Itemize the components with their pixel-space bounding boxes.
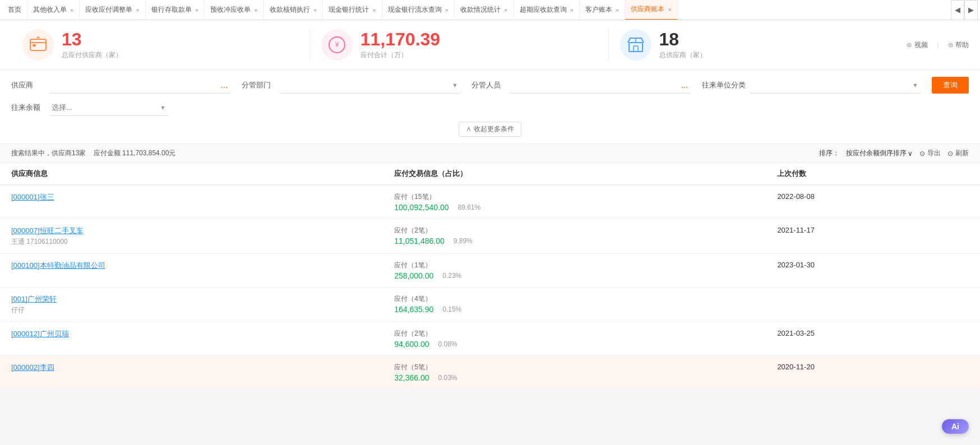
tab-home[interactable]: 首页 — [2, 0, 27, 20]
tab-customer-ledger[interactable]: 客户账本 × — [580, 0, 625, 20]
close-overdue-ar[interactable]: × — [570, 7, 574, 13]
tab-other-income[interactable]: 其他收入单 × — [27, 0, 80, 20]
supplier-info-cell: [000001]张三 — [11, 192, 394, 203]
last-pay-date: 2021-03-25 — [777, 329, 815, 337]
supplier-link[interactable]: [000007]恒旺二手叉车 — [11, 226, 394, 236]
supplier-count: 供应商13家 — [52, 149, 86, 157]
close-cash-bank-query[interactable]: × — [445, 7, 449, 13]
refresh-button[interactable]: ⊙ 刷新 — [947, 149, 969, 158]
tab-cash-bank-stat-label: 现金银行统计 — [329, 5, 369, 15]
filter-person: 分管人员 ... — [471, 77, 691, 94]
close-bank-deposit[interactable]: × — [195, 7, 198, 13]
stat-label-suppliers: 总应付供应商（家） — [62, 50, 122, 60]
tab-overdue-ar-label: 超期应收款查询 — [520, 5, 567, 15]
last-pay-cell: 2022-08-08 — [777, 192, 969, 201]
sort-select[interactable]: 按应付余额倒序排序 ∨ — [846, 149, 913, 158]
stat-total-suppliers: 18 总供应商（家） — [609, 29, 907, 61]
close-receipt-verify[interactable]: × — [313, 7, 317, 13]
tab-ar-ap-adjust[interactable]: 应收应付调整单 × — [80, 0, 145, 20]
tab-bank-deposit[interactable]: 银行存取款单 × — [146, 0, 205, 20]
tab-bank-deposit-label: 银行存取款单 — [151, 5, 192, 15]
last-pay-cell: 2021-11-17 — [777, 226, 969, 234]
payable-label: 应付（4笔） — [394, 294, 777, 304]
tab-cash-bank-query[interactable]: 现金银行流水查询 × — [382, 0, 455, 20]
last-pay-date: 2021-11-17 — [777, 226, 815, 234]
tab-prepaid-ar[interactable]: 预收冲应收单 × — [205, 0, 264, 20]
sort-arrow: ∨ — [908, 150, 913, 157]
payable-label: 应付（5笔） — [394, 363, 777, 372]
stat-text-suppliers: 13 总应付供应商（家） — [62, 30, 122, 60]
payable-amount[interactable]: 164,635.90 — [394, 305, 433, 314]
dept-select-wrap[interactable]: ▼ — [280, 77, 461, 94]
help-link[interactable]: ⊙ 帮助 — [948, 40, 969, 50]
person-input-wrap: ... — [510, 77, 691, 94]
supplier-link[interactable]: [000002]李四 — [11, 363, 394, 373]
stat-num-total-suppliers: 18 — [659, 30, 706, 49]
payable-row: 11,051,486.00 9.89% — [394, 237, 777, 245]
query-button[interactable]: 查询 — [932, 77, 969, 94]
payable-row: 100,092,540.00 89.61% — [394, 203, 777, 212]
payable-amount[interactable]: 11,051,486.00 — [394, 237, 445, 245]
payable-amount[interactable]: 32,366.00 — [394, 373, 429, 382]
tab-overdue-ar[interactable]: 超期应收款查询 × — [514, 0, 580, 20]
close-receipt-stat[interactable]: × — [504, 7, 507, 13]
tab-supplier-ledger[interactable]: 供应商账本 × — [625, 0, 677, 20]
payable-pct: 89.61% — [458, 203, 481, 211]
table-row: [001]广州荣轩 仔仔 应付（4笔） 164,635.90 0.15% — [0, 288, 980, 322]
supplier-input-wrap: ... — [49, 77, 230, 94]
filter-balance-label: 往来余额 — [11, 103, 45, 113]
last-pay-cell: 2020-11-20 — [777, 363, 969, 371]
payable-amount[interactable]: 94,600.00 — [394, 340, 429, 349]
close-prepaid-ar[interactable]: × — [254, 7, 257, 13]
video-link[interactable]: ⊙ 视频 — [907, 40, 927, 50]
supplier-dots[interactable]: ... — [220, 80, 228, 90]
nav-right-arrow[interactable]: ▶ — [964, 0, 978, 20]
category-input[interactable] — [752, 81, 913, 89]
supplier-link[interactable]: [000001]张三 — [11, 192, 394, 202]
balance-arrow: ▼ — [160, 104, 166, 111]
supplier-link[interactable]: [000100]本特勤油品有限公司 — [11, 261, 394, 271]
payable-amount[interactable]: 258,000.00 — [394, 271, 433, 280]
person-dots[interactable]: ... — [681, 80, 688, 90]
balance-input[interactable] — [52, 103, 160, 112]
payable-row: 94,600.00 0.08% — [394, 340, 777, 349]
payable-pct: 0.08% — [438, 340, 457, 348]
balance-select-wrap[interactable]: ▼ — [49, 99, 168, 116]
last-pay-date: 2020-11-20 — [777, 363, 815, 371]
close-ar-ap-adjust[interactable]: × — [136, 7, 139, 13]
supplier-sub: 王通 17106110000 — [11, 237, 394, 247]
payable-label: 应付（15笔） — [394, 192, 777, 202]
tab-receipt-verify[interactable]: 收款核销执行 × — [264, 0, 323, 20]
tab-receipt-stat[interactable]: 收款情况统计 × — [455, 0, 514, 20]
payable-info-cell: 应付（2笔） 94,600.00 0.08% — [394, 329, 777, 349]
payable-info-cell: 应付（5笔） 32,366.00 0.03% — [394, 363, 777, 382]
svg-rect-5 — [629, 43, 642, 52]
close-supplier-ledger[interactable]: × — [668, 6, 671, 13]
stat-label-total-suppliers: 总供应商（家） — [659, 50, 706, 60]
stat-label-payable: 应付合计（万） — [360, 50, 440, 60]
person-input[interactable] — [512, 81, 681, 89]
payable-info-cell: 应付（2笔） 11,051,486.00 9.89% — [394, 226, 777, 245]
tab-prepaid-ar-label: 预收冲应收单 — [210, 5, 251, 15]
sort-label: 排序： — [819, 149, 839, 158]
nav-left-arrow[interactable]: ◀ — [951, 0, 964, 20]
supplier-input[interactable] — [52, 77, 220, 94]
supplier-link[interactable]: [001]广州荣轩 — [11, 294, 394, 304]
payable-info-cell: 应付（15笔） 100,092,540.00 89.61% — [394, 192, 777, 212]
category-select-wrap[interactable]: ▼ — [750, 77, 921, 94]
sort-value: 按应付余额倒序排序 — [846, 149, 907, 158]
tab-ar-ap-adjust-label: 应收应付调整单 — [85, 5, 132, 15]
dept-input[interactable] — [282, 81, 452, 89]
tab-cash-bank-stat[interactable]: 现金银行统计 × — [323, 0, 382, 20]
payable-amount[interactable]: 100,092,540.00 — [394, 203, 449, 212]
close-customer-ledger[interactable]: × — [616, 7, 619, 13]
tab-customer-ledger-label: 客户账本 — [585, 5, 612, 15]
supplier-link[interactable]: [000012]广州贝瑞 — [11, 329, 394, 339]
payable-amount-summary: 应付金额 111,703,854.00元 — [94, 149, 176, 157]
collapse-button[interactable]: ∧ 收起更多条件 — [459, 122, 521, 137]
export-button[interactable]: ⊙ 导出 — [919, 149, 941, 158]
close-cash-bank-stat[interactable]: × — [372, 7, 376, 13]
payable-pct: 9.89% — [454, 237, 473, 245]
table-row: [000012]广州贝瑞 应付（2笔） 94,600.00 0.08% 2021… — [0, 322, 980, 356]
close-other-income[interactable]: × — [70, 7, 73, 13]
